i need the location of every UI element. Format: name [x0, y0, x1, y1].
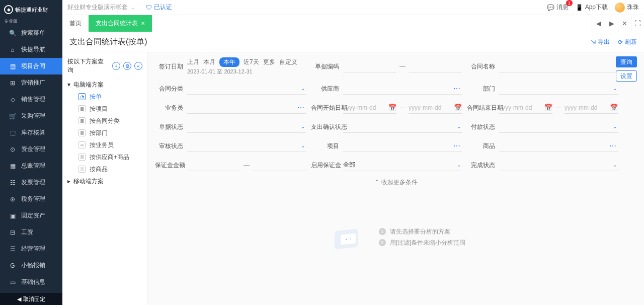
nav-operation[interactable]: ☰经营管理: [0, 241, 62, 257]
deposit-on-select[interactable]: 全部⌄: [343, 159, 462, 171]
doc-status-select[interactable]: ⌄: [187, 121, 306, 133]
logo-icon: ◆: [4, 5, 13, 14]
scheme-item-4[interactable]: ⬄按业务员: [62, 139, 147, 151]
contract-name-input[interactable]: [499, 60, 618, 72]
nav-basic[interactable]: ▭基础信息: [0, 274, 62, 290]
collapse-icon: ⌃: [374, 179, 379, 186]
scheme-item-0[interactable]: ◔按单: [62, 91, 147, 103]
label-salesman: 业务员: [155, 104, 187, 112]
tax-icon: ⊛: [9, 196, 16, 203]
tab-home[interactable]: 首页: [62, 15, 89, 32]
tenant-select[interactable]: 好业财专业版演示帐套 ⌄: [67, 3, 135, 12]
scheme-item-2[interactable]: ≣按合同分类: [62, 115, 147, 127]
calendar-icon: 📅: [610, 104, 618, 111]
nav-project-contract[interactable]: ▤项目合同: [0, 58, 62, 74]
tree-icon: ≣: [78, 154, 86, 161]
empty-step-1: 请先选择要分析的方案: [390, 226, 450, 237]
doc-no-from[interactable]: [343, 60, 396, 72]
scheme-item-6[interactable]: ≣按商品: [62, 163, 147, 175]
query-button[interactable]: 查询: [616, 56, 637, 67]
nav-ledger[interactable]: ▦总账管理: [0, 158, 62, 174]
fullscreen-button[interactable]: ⛶: [631, 15, 644, 32]
salesman-picker[interactable]: ⋯: [187, 102, 306, 114]
add-scheme-button[interactable]: +: [112, 62, 120, 70]
end-date-to[interactable]: yyyy-mm-dd📅: [565, 102, 618, 114]
deposit-on-value: 全部: [343, 161, 355, 169]
calendar-icon: 📅: [454, 104, 462, 111]
tab-prev[interactable]: ◀: [592, 15, 605, 32]
nav-label: 固定资产: [21, 211, 45, 220]
range-custom[interactable]: 自定义: [279, 58, 297, 66]
unpin-button[interactable]: ◀取消固定: [0, 293, 62, 305]
confirm-status-select[interactable]: ⌄: [343, 121, 462, 133]
scheme-item-label: 按单: [90, 93, 102, 101]
tab-next[interactable]: ▶: [605, 15, 618, 32]
scheme-item-1[interactable]: ≣按项目: [62, 103, 147, 115]
tab-contract-report[interactable]: 支出合同统计表 ✕: [89, 15, 152, 32]
contract-cat-select[interactable]: ⌄: [187, 83, 306, 95]
ledger-icon: ▦: [9, 163, 16, 170]
user-menu[interactable]: 珠珠: [615, 3, 639, 13]
range-last-month[interactable]: 上月: [187, 58, 199, 66]
nav-funds[interactable]: ⊙资金管理: [0, 141, 62, 158]
scheme-item-5[interactable]: ≣按供应商+商品: [62, 151, 147, 163]
start-date-to[interactable]: yyyy-mm-dd📅: [409, 102, 462, 114]
label-end-date: 合同结束日期: [467, 104, 499, 112]
settings-button[interactable]: 设置: [616, 70, 637, 82]
nav-reimburse[interactable]: G小畅报销: [0, 257, 62, 274]
pay-status-select[interactable]: ⌄: [499, 121, 618, 133]
range-more[interactable]: 更多: [263, 58, 275, 66]
collapse-panel-button[interactable]: «: [134, 62, 142, 70]
audit-status-select[interactable]: ⌄: [187, 140, 306, 152]
nav-purchase[interactable]: 🛒采购管理: [0, 108, 62, 124]
scheme-settings-button[interactable]: ⚙: [123, 62, 131, 70]
scheme-mobile[interactable]: ▸移动端方案: [62, 175, 147, 187]
range-this-month[interactable]: 本月: [203, 58, 215, 66]
chevron-down-icon: ⌄: [301, 124, 305, 129]
scheme-desktop[interactable]: ▾电脑端方案: [62, 79, 147, 91]
deposit-to[interactable]: [253, 159, 306, 171]
tab-close-all[interactable]: ✕: [618, 15, 631, 32]
collapse-filters[interactable]: ⌃ 收起更多条件: [155, 178, 637, 187]
messages-button[interactable]: 💬 消息 1: [547, 3, 569, 12]
dash: —: [555, 104, 561, 111]
nav-search[interactable]: 🔍搜索菜单: [0, 25, 62, 41]
scheme-item-3[interactable]: ≣按部门: [62, 127, 147, 139]
nav-tax[interactable]: ⊛税务管理: [0, 191, 62, 207]
nav-inventory[interactable]: ⬚库存核算: [0, 124, 62, 141]
finish-status-select[interactable]: ⌄: [499, 159, 618, 171]
nav-sales[interactable]: ◇销售管理: [0, 91, 62, 108]
nav-quick[interactable]: ⌂快捷导航: [0, 41, 62, 58]
project-picker[interactable]: ⋯: [343, 140, 462, 152]
label-goods: 商品: [467, 142, 499, 150]
nav-salary[interactable]: ⊟工资: [0, 224, 62, 241]
messages-badge: 1: [566, 0, 573, 6]
date-range-tabs: 上月 本月 本年 近7天 更多 自定义: [187, 57, 306, 67]
goods-picker[interactable]: ⋯: [499, 140, 618, 152]
range-this-year[interactable]: 本年: [219, 57, 239, 67]
close-icon[interactable]: ✕: [141, 21, 145, 26]
refresh-button[interactable]: ⟳刷新: [618, 38, 637, 46]
chart-icon: ⬄: [78, 141, 86, 148]
label-project: 项目: [311, 142, 343, 150]
range-7days[interactable]: 近7天: [244, 58, 259, 66]
refresh-icon: ⟳: [618, 39, 623, 46]
app-download-button[interactable]: 📱 App下载: [576, 3, 608, 12]
doc-no-to[interactable]: [409, 60, 462, 72]
nav-invoice[interactable]: ☷发票管理: [0, 174, 62, 191]
export-button[interactable]: ⇲导出: [591, 38, 610, 46]
topbar: 好业财专业版演示帐套 ⌄ 🛡 已认证 💬 消息 1 📱 App下载: [62, 0, 644, 15]
end-date-from[interactable]: yyyy-mm-dd📅: [499, 102, 552, 114]
pin-label: 取消固定: [23, 295, 45, 303]
supplier-picker[interactable]: ⋯: [343, 83, 462, 95]
dept-select[interactable]: ⌄: [499, 83, 618, 95]
start-date-from[interactable]: yyyy-mm-dd📅: [343, 102, 396, 114]
more-icon: ⋯: [453, 142, 461, 150]
nav-assets[interactable]: ▣固定资产: [0, 207, 62, 224]
deposit-from[interactable]: [187, 159, 240, 171]
nav-marketing[interactable]: ⊞营销推广: [0, 74, 62, 91]
nav-label: 营销推广: [21, 79, 45, 87]
gauge-icon: ◔: [78, 93, 86, 100]
gift-icon: ⊞: [9, 80, 16, 87]
chevron-down-icon: ⌄: [131, 5, 135, 10]
